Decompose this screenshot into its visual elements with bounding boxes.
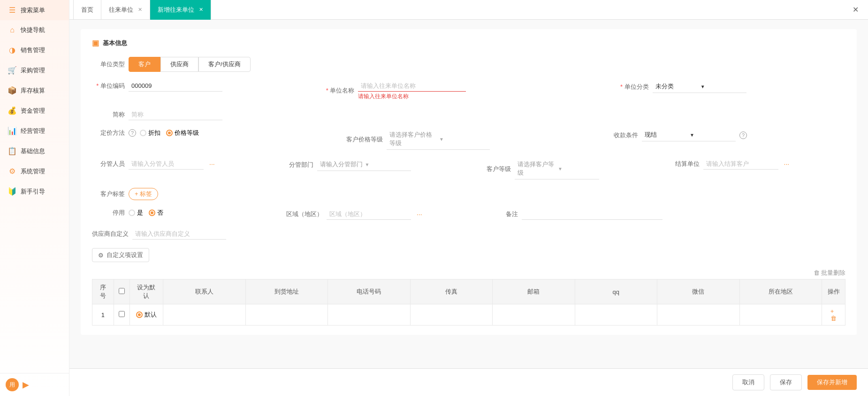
col-email: 邮箱 <box>493 280 575 304</box>
unit-btn-supplier[interactable]: 供应商 <box>160 57 198 72</box>
unit-name-input[interactable] <box>358 80 466 92</box>
pricing-method-label: 定价方法 <box>92 129 125 137</box>
sidebar-item-quick-nav[interactable]: ⌂ 快捷导航 <box>0 20 69 40</box>
radio-no[interactable]: 否 <box>149 209 163 217</box>
settlement-unit-input[interactable] <box>703 158 778 170</box>
address-input[interactable] <box>251 311 323 318</box>
row-index: 1 <box>92 304 114 326</box>
unit-btn-customer[interactable]: 客户 <box>129 57 160 72</box>
customer-price-level-chevron: ▼ <box>439 137 487 142</box>
unit-name-group: 请输入往来单位名称 <box>358 80 466 101</box>
save-new-button[interactable]: 保存并新增 <box>807 375 857 390</box>
row-default: 默认 <box>129 304 163 326</box>
phone-input[interactable] <box>333 311 405 318</box>
sidebar-expand-icon[interactable]: ▶ <box>23 380 29 390</box>
row-checkbox[interactable] <box>119 311 125 317</box>
email-input[interactable] <box>497 311 570 318</box>
customer-level-select[interactable]: 请选择客户等级 ▼ <box>515 158 599 179</box>
row-wechat <box>657 304 740 326</box>
bulk-delete-label[interactable]: 批量删除 <box>821 269 845 276</box>
settlement-more-btn[interactable]: ··· <box>782 160 792 168</box>
tab-partner-list-close[interactable]: ✕ <box>138 7 142 13</box>
row-contact <box>163 304 246 326</box>
select-all-checkbox[interactable] <box>119 288 125 294</box>
customer-level-field: 客户等级 请选择客户等级 ▼ <box>478 158 657 179</box>
tab-bar-close-all[interactable]: ✕ <box>847 5 864 14</box>
sidebar-item-search[interactable]: ☰ 搜索菜单 <box>0 0 69 20</box>
cancel-button[interactable]: 取消 <box>732 374 764 390</box>
tab-partner-list[interactable]: 往来单位 ✕ <box>101 0 150 20</box>
sidebar-item-sales[interactable]: ◑ 销售管理 <box>0 40 69 60</box>
unit-category-select[interactable]: 未分类 ▼ <box>653 80 746 93</box>
sidebar-item-finance[interactable]: 💰 资金管理 <box>0 101 69 121</box>
content-area: ▣ 基本信息 单位类型 客户 供应商 客户/供应商 单位编码 <box>69 20 868 368</box>
unit-btn-both[interactable]: 客户/供应商 <box>198 57 251 72</box>
department-select[interactable]: 请输入分管部门 ▼ <box>317 158 411 171</box>
disabled-field: 停用 是 否 <box>92 209 272 217</box>
customer-price-level-select[interactable]: 请选择客户价格等级 ▼ <box>387 129 490 150</box>
pricing-help-icon[interactable]: ? <box>129 129 136 137</box>
manager-input[interactable] <box>129 158 204 170</box>
sidebar-item-beginner[interactable]: 🔰 新手引导 <box>0 181 69 202</box>
row-region <box>739 304 822 326</box>
department-field: 分管部门 请输入分管部门 ▼ <box>281 158 460 171</box>
tab-home[interactable]: 首页 <box>73 0 101 20</box>
unit-type-row: 单位类型 客户 供应商 客户/供应商 <box>92 57 845 72</box>
payment-terms-label: 收款条件 <box>605 131 638 140</box>
unit-code-field: 单位编码 <box>92 80 321 92</box>
settlement-unit-label: 结算单位 <box>667 160 700 168</box>
sidebar-item-basic-info[interactable]: 📋 基础信息 <box>0 141 69 161</box>
sidebar-item-inventory[interactable]: 📦 库存核算 <box>0 80 69 101</box>
col-index: 序号 <box>92 280 114 304</box>
region-input[interactable] <box>327 209 411 220</box>
remark-field: 备注 <box>485 209 845 220</box>
region-more-btn[interactable]: ··· <box>415 210 424 218</box>
operations-icon: 📊 <box>8 126 17 135</box>
radio-price-level[interactable]: 价格等级 <box>166 129 199 137</box>
payment-terms-field: 收款条件 现结 ▼ ? <box>605 129 845 141</box>
row-add-btn[interactable]: + <box>830 308 834 315</box>
add-tag-btn[interactable]: + 标签 <box>129 188 158 200</box>
col-check <box>114 280 129 304</box>
sidebar: ☰ 搜索菜单 ⌂ 快捷导航 ◑ 销售管理 🛒 采购管理 📦 库存核算 💰 资金管… <box>0 0 69 396</box>
sidebar-item-operations[interactable]: 📊 经营管理 <box>0 121 69 141</box>
quick-nav-icon: ⌂ <box>8 26 17 34</box>
radio-no-circle <box>149 210 155 216</box>
radio-discount[interactable]: 折扣 <box>140 129 160 137</box>
beginner-icon: 🔰 <box>8 187 17 196</box>
unit-type-label: 单位类型 <box>92 60 125 69</box>
unit-type-group: 客户 供应商 客户/供应商 <box>129 57 251 72</box>
fax-input[interactable] <box>415 311 488 318</box>
short-name-field: 简称 <box>92 109 845 120</box>
custom-settings-button[interactable]: ⚙ 自定义项设置 <box>92 248 149 262</box>
short-name-input[interactable] <box>129 109 222 120</box>
wechat-input[interactable] <box>662 311 735 318</box>
supplier-custom-input[interactable] <box>132 228 226 240</box>
manager-more-btn[interactable]: ··· <box>207 160 217 168</box>
unit-category-label: 单位分类 <box>616 83 649 91</box>
save-button[interactable]: 保存 <box>770 374 802 390</box>
qq-input[interactable] <box>580 311 653 318</box>
sidebar-item-purchase[interactable]: 🛒 采购管理 <box>0 60 69 80</box>
payment-terms-select[interactable]: 现结 ▼ <box>642 129 736 141</box>
payment-help-icon[interactable]: ? <box>739 132 747 139</box>
contact-input[interactable] <box>168 311 241 318</box>
radio-yes[interactable]: 是 <box>129 209 143 217</box>
sidebar-item-system[interactable]: ⚙ 系统管理 <box>0 161 69 181</box>
disabled-region-row: 停用 是 否 区域（地区） <box>92 209 845 220</box>
form-card: ▣ 基本信息 单位类型 客户 供应商 客户/供应商 单位编码 <box>81 29 857 335</box>
row-fax <box>410 304 493 326</box>
remark-input[interactable] <box>522 209 662 220</box>
default-radio-circle <box>136 311 143 318</box>
department-label: 分管部门 <box>281 161 313 169</box>
sidebar-bottom: 用 ▶ <box>0 373 69 396</box>
unit-type-field: 单位类型 客户 供应商 客户/供应商 <box>92 57 845 72</box>
unit-code-input[interactable] <box>129 80 222 92</box>
sales-icon: ◑ <box>8 46 17 54</box>
row-delete-btn[interactable]: 🗑 <box>830 315 837 322</box>
settlement-unit-field: 结算单位 ··· <box>667 158 846 170</box>
tab-add-partner-close[interactable]: ✕ <box>199 7 203 13</box>
customer-tag-label: 客户标签 <box>92 190 125 198</box>
row-region-input[interactable] <box>745 311 817 318</box>
tab-add-partner[interactable]: 新增往来单位 ✕ <box>150 0 211 20</box>
